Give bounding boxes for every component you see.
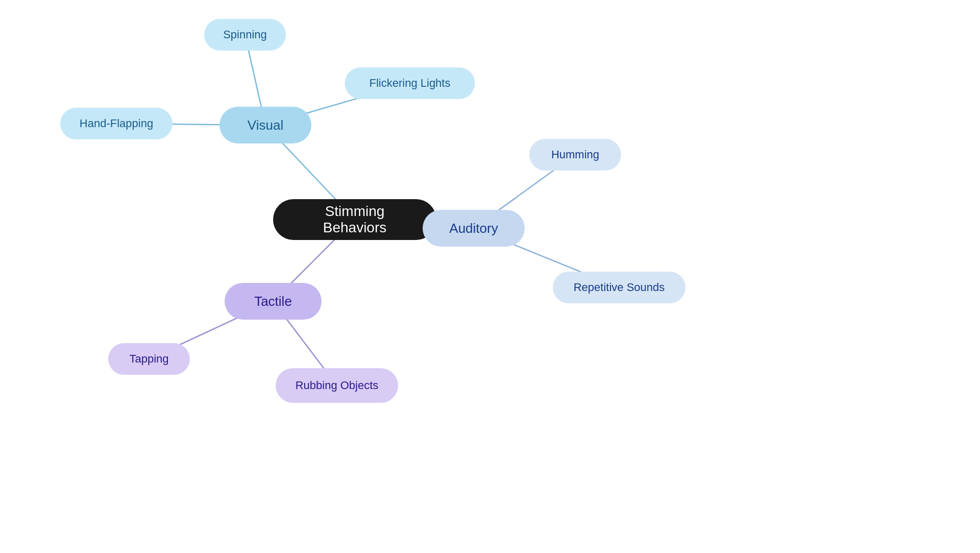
hand-flapping-label: Hand-Flapping	[80, 117, 153, 130]
auditory-label: Auditory	[449, 221, 498, 236]
spinning-label: Spinning	[223, 28, 267, 41]
humming-label: Humming	[551, 148, 599, 161]
auditory-node[interactable]: Auditory	[423, 210, 525, 247]
tactile-label: Tactile	[254, 294, 292, 309]
spinning-node[interactable]: Spinning	[204, 19, 286, 51]
rubbing-objects-node[interactable]: Rubbing Objects	[276, 368, 398, 403]
center-node[interactable]: Stimming Behaviors	[273, 199, 436, 240]
center-label: Stimming Behaviors	[293, 203, 416, 236]
hand-flapping-node[interactable]: Hand-Flapping	[60, 108, 173, 139]
visual-label: Visual	[248, 117, 283, 133]
tapping-label: Tapping	[129, 352, 168, 366]
humming-node[interactable]: Humming	[529, 139, 621, 171]
tactile-node[interactable]: Tactile	[225, 283, 322, 320]
tapping-node[interactable]: Tapping	[108, 343, 190, 375]
visual-node[interactable]: Visual	[219, 107, 311, 143]
flickering-lights-node[interactable]: Flickering Lights	[345, 67, 475, 99]
repetitive-sounds-node[interactable]: Repetitive Sounds	[553, 272, 685, 303]
repetitive-sounds-label: Repetitive Sounds	[574, 281, 665, 294]
flickering-lights-label: Flickering Lights	[370, 77, 451, 90]
rubbing-objects-label: Rubbing Objects	[296, 379, 379, 392]
